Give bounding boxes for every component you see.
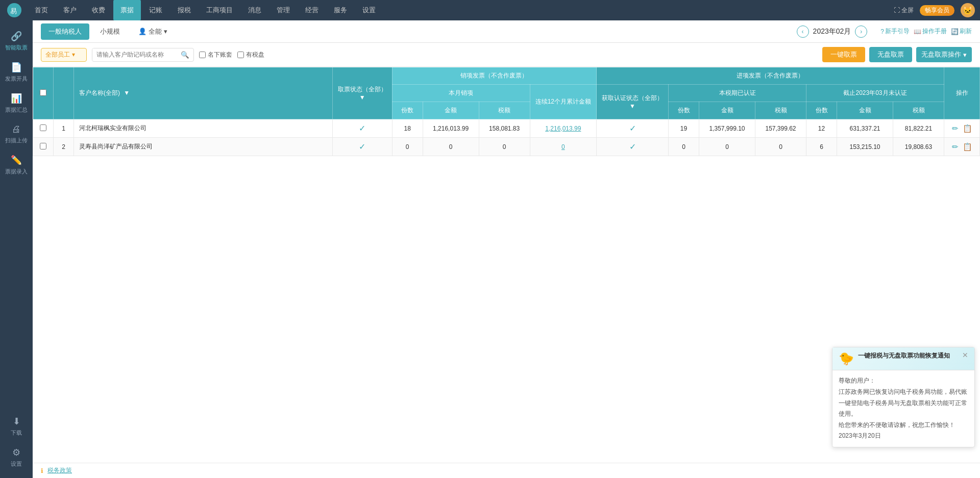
row-cert-status-icon-2: ✓ — [629, 142, 636, 151]
sidebar-item-summary[interactable]: 📊 票据汇总 — [0, 88, 33, 119]
table-header-row1: 客户名称(全部) ▼ 取票状态（全部） ▼ 销项发票（不含作废票） 进项发票（不… — [33, 67, 980, 85]
status-filter-icon[interactable]: ▼ — [359, 94, 365, 101]
edit-icon-1[interactable]: ✏ — [952, 124, 959, 133]
tax-policy-link[interactable]: 税务政策 — [47, 466, 72, 475]
view-icon-2[interactable]: 📋 — [963, 142, 972, 152]
checkbox-taxdisk[interactable] — [237, 52, 244, 58]
nav-invoice[interactable]: 票据 — [113, 0, 141, 20]
nav-settings[interactable]: 设置 — [355, 0, 383, 20]
nav-operation[interactable]: 经营 — [298, 0, 326, 20]
nav-service[interactable]: 服务 — [327, 0, 354, 20]
nav-fee[interactable]: 收费 — [85, 0, 112, 20]
sidebar-item-open-invoice[interactable]: 📄 发票开具 — [0, 57, 33, 88]
search-input[interactable] — [92, 48, 177, 61]
uncert-tax-header: 税额 — [893, 102, 944, 119]
row-cert-amount-1: 1,357,999.10 — [699, 119, 755, 138]
select-all-checkbox[interactable] — [40, 89, 46, 96]
row-uncert-tax-1: 81,822.21 — [893, 119, 944, 138]
status-bar: ℹ 税务政策 — [33, 463, 980, 478]
uncert-amount-header: 金额 — [837, 102, 893, 119]
row-cert-count-1: 19 — [669, 119, 699, 138]
row-cert-tax-2: 0 — [755, 138, 806, 156]
sidebar: 🔗 智能取票 📄 发票开具 📊 票据汇总 🖨 扫描上传 ✏️ 票据录入 ⬇ 下载… — [0, 20, 33, 478]
table-row: 2 灵寿县尚泽矿产品有限公司 ✓ 0 0 0 0 ✓ — [33, 138, 980, 156]
toolbar: 全部员工 ▾ 🔍 名下账套 有税盘 一键取票 无盘取票 无盘取票操作 ▾ — [33, 43, 980, 67]
nav-customer[interactable]: 客户 — [56, 0, 84, 20]
guide-btn[interactable]: ? 新手引导 — [880, 27, 910, 36]
row-uncert-amount-2: 153,215.10 — [837, 138, 893, 156]
no-disk-import-button[interactable]: 无盘取票 — [869, 47, 912, 62]
checkbox-account[interactable] — [199, 52, 206, 58]
top-nav: 易 首页 客户 收费 票据 记账 报税 工商项目 消息 管理 经营 服务 设置 … — [0, 0, 980, 20]
cert-status-header: 获取认证状态（全部） — [602, 94, 663, 103]
sidebar-item-download[interactable]: ⬇ 下载 — [0, 411, 33, 442]
checkbox-taxdisk-label[interactable]: 有税盘 — [237, 51, 264, 59]
row-checkbox-1[interactable] — [40, 124, 46, 131]
entry-icon: ✏️ — [11, 155, 22, 166]
person-icon: 👤 — [138, 28, 146, 35]
col-status-header: 取票状态（全部） — [338, 85, 387, 94]
nav-tax[interactable]: 报税 — [170, 0, 198, 20]
sales-cumul-link-2[interactable]: 0 — [561, 143, 565, 150]
filter-icon[interactable]: ▼ — [124, 89, 130, 96]
nav-business[interactable]: 工商项目 — [199, 0, 240, 20]
notification-close-btn[interactable]: ✕ — [962, 351, 968, 359]
employee-filter[interactable]: 全部员工 ▾ — [41, 48, 87, 62]
row-cert-tax-1: 157,399.62 — [755, 119, 806, 138]
table-row: 1 河北柯瑞枫实业有限公司 ✓ 18 1,216,013.99 158,081.… — [33, 119, 980, 138]
period-next-btn[interactable]: › — [855, 26, 867, 38]
checkbox-account-label[interactable]: 名下账套 — [199, 51, 232, 59]
sidebar-item-entry[interactable]: ✏️ 票据录入 — [0, 149, 33, 181]
cert-status-filter-icon[interactable]: ▼ — [629, 103, 635, 110]
sales-cumulative-header: 连续12个月累计金额 — [535, 98, 591, 105]
sales-cumul-link-1[interactable]: 1,216,013.99 — [545, 125, 581, 132]
more-operations-button[interactable]: 无盘取票操作 ▾ — [916, 47, 972, 62]
chevron-down-icon: ▾ — [72, 51, 75, 58]
manual-btn[interactable]: 📖 操作手册 — [914, 27, 947, 36]
nav-message[interactable]: 消息 — [241, 0, 268, 20]
tab-small-scale[interactable]: 小规模 — [92, 23, 128, 40]
config-icon: ⚙ — [12, 447, 20, 458]
vip-button[interactable]: 畅享会员 — [920, 5, 954, 16]
sidebar-label-config: 设置 — [11, 460, 22, 468]
row-sales-count-2: 0 — [392, 138, 423, 156]
row-cert-count-2: 0 — [669, 138, 699, 156]
refresh-btn[interactable]: 🔄 刷新 — [951, 27, 972, 36]
row-cert-status-icon-1: ✓ — [629, 124, 636, 133]
sidebar-item-scan[interactable]: 🖨 扫描上传 — [0, 119, 33, 149]
one-click-import-button[interactable]: 一键取票 — [822, 47, 865, 62]
download-icon: ⬇ — [13, 416, 20, 427]
row-sales-amount-2: 0 — [423, 138, 479, 156]
cert-count-header: 份数 — [669, 102, 699, 119]
fullscreen-btn[interactable]: ⛶ 全屏 — [894, 6, 914, 15]
view-icon-1[interactable]: 📋 — [963, 124, 972, 133]
nav-items: 首页 客户 收费 票据 记账 报税 工商项目 消息 管理 经营 服务 设置 — [28, 0, 894, 20]
row-name-2: 灵寿县尚泽矿产品有限公司 — [74, 138, 333, 156]
edit-icon-2[interactable]: ✏ — [952, 142, 959, 152]
sidebar-label-open-invoice: 发票开具 — [5, 75, 28, 83]
row-uncert-tax-2: 19,808.63 — [893, 138, 944, 156]
search-button[interactable]: 🔍 — [177, 48, 193, 61]
row-sales-cumul-1: 1,216,013.99 — [530, 119, 596, 138]
period-prev-btn[interactable]: ‹ — [797, 26, 809, 38]
sales-count-header: 份数 — [392, 102, 423, 119]
notification-title: 一键报税与无盘取票功能恢复通知 — [858, 351, 950, 360]
sidebar-item-smart-invoice[interactable]: 🔗 智能取票 — [0, 26, 33, 57]
nav-accounting[interactable]: 记账 — [142, 0, 169, 20]
tab-all[interactable]: 👤 全能 ▾ — [131, 23, 175, 40]
sidebar-item-config[interactable]: ⚙ 设置 — [0, 442, 33, 473]
avatar[interactable]: 🐱 — [961, 3, 975, 17]
filter-label: 全部员工 — [45, 51, 70, 59]
cert-tax-header: 税额 — [755, 102, 806, 119]
purchase-header-label: 进项发票（不含作废票） — [737, 72, 804, 79]
row-checkbox-2[interactable] — [40, 143, 46, 149]
row-name-1: 河北柯瑞枫实业有限公司 — [74, 119, 333, 138]
notification-greeting: 尊敬的用户： — [839, 375, 968, 387]
toolbar-right: 一键取票 无盘取票 无盘取票操作 ▾ — [822, 47, 972, 62]
tab-general-taxpayer[interactable]: 一般纳税人 — [41, 23, 89, 40]
sales-amount-header: 金额 — [423, 102, 479, 119]
nav-manage[interactable]: 管理 — [270, 0, 297, 20]
nav-home[interactable]: 首页 — [28, 0, 55, 20]
logo: 易 — [5, 1, 23, 19]
svg-text:易: 易 — [10, 7, 17, 15]
